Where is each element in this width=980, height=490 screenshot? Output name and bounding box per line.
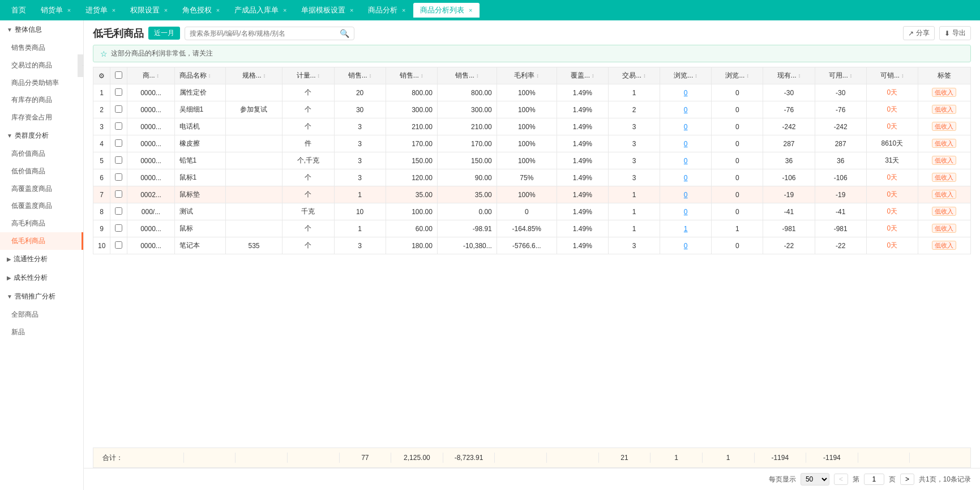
sidebar-item-high-margin[interactable]: 高毛利商品	[0, 215, 83, 232]
sidebar-item-traded-products[interactable]: 交易过的商品	[0, 57, 83, 74]
search-input[interactable]	[190, 29, 340, 37]
row-checkbox[interactable]	[110, 118, 127, 135]
row-select-checkbox[interactable]	[115, 105, 122, 113]
row-checkbox[interactable]	[110, 169, 127, 186]
nav-product-entry[interactable]: 产成品入库单 ×	[228, 3, 293, 18]
browse-link[interactable]: 0	[684, 89, 688, 97]
row-checkbox[interactable]	[110, 84, 127, 101]
row-browse1[interactable]: 0	[660, 203, 712, 220]
sidebar-group-growth[interactable]: ▶ 成长性分析	[0, 269, 83, 287]
row-browse1[interactable]: 0	[660, 169, 712, 186]
sidebar-group-cluster[interactable]: ▼ 类群度分析	[0, 126, 83, 145]
close-icon[interactable]: ×	[469, 7, 472, 14]
browse-link[interactable]: 0	[684, 191, 688, 199]
nav-permission-settings[interactable]: 权限设置 ×	[123, 3, 174, 18]
col-header-code[interactable]: 商...	[127, 67, 174, 84]
sidebar-item-low-coverage[interactable]: 低覆盖度商品	[0, 197, 83, 215]
sidebar-item-new-products[interactable]: 新品	[0, 323, 83, 341]
close-icon[interactable]: ×	[350, 7, 353, 14]
browse-link[interactable]: 0	[684, 157, 688, 165]
row-select-checkbox[interactable]	[115, 139, 122, 147]
row-checkbox[interactable]	[110, 101, 127, 118]
col-header-sales-count[interactable]: 销售...	[334, 67, 386, 84]
sidebar-item-low-margin[interactable]: 低毛利商品	[0, 232, 83, 250]
page-size-select[interactable]: 50 100 200	[801, 473, 829, 485]
row-browse1[interactable]: 0	[660, 186, 712, 203]
col-header-sales-profit[interactable]: 销售...	[437, 67, 497, 84]
row-browse1[interactable]: 0	[660, 152, 712, 169]
row-browse1[interactable]: 0	[660, 135, 712, 152]
row-select-checkbox[interactable]	[115, 224, 122, 232]
browse-link[interactable]: 0	[684, 140, 688, 148]
close-icon[interactable]: ×	[164, 7, 168, 14]
browse-link[interactable]: 1	[684, 225, 688, 233]
search-icon[interactable]: 🔍	[340, 29, 349, 38]
browse-link[interactable]: 0	[684, 208, 688, 216]
sidebar-item-stocked-products[interactable]: 有库存的商品	[0, 91, 83, 109]
row-checkbox[interactable]	[110, 220, 127, 237]
col-header-available[interactable]: 可用...	[815, 67, 866, 84]
col-header-browse1[interactable]: 浏览...	[660, 67, 712, 84]
time-filter-button[interactable]: 近一月	[148, 27, 180, 40]
row-browse1[interactable]: 1	[660, 220, 712, 237]
row-browse1[interactable]: 0	[660, 237, 712, 254]
col-header-spec[interactable]: 规格...	[225, 67, 283, 84]
row-select-checkbox[interactable]	[115, 190, 122, 198]
nav-sales-order[interactable]: 销货单 ×	[34, 3, 78, 18]
search-bar[interactable]: 🔍	[185, 27, 354, 40]
col-header-transaction[interactable]: 交易...	[608, 67, 660, 84]
row-select-checkbox[interactable]	[115, 241, 122, 249]
row-select-checkbox[interactable]	[115, 207, 122, 215]
row-checkbox[interactable]	[110, 237, 127, 254]
nav-template-settings[interactable]: 单据模板设置 ×	[294, 3, 360, 18]
nav-product-analysis[interactable]: 商品分析 ×	[361, 3, 412, 18]
prev-page-button[interactable]: <	[834, 474, 848, 485]
row-browse1[interactable]: 0	[660, 84, 712, 101]
sidebar-item-high-coverage[interactable]: 高覆盖度商品	[0, 180, 83, 198]
col-header-gross-margin[interactable]: 毛利率	[497, 67, 557, 84]
sidebar-group-marketing[interactable]: ▼ 营销推广分析	[0, 287, 83, 306]
col-header-browse2[interactable]: 浏览...	[712, 67, 763, 84]
browse-link[interactable]: 0	[684, 242, 688, 250]
row-select-checkbox[interactable]	[115, 173, 122, 181]
close-icon[interactable]: ×	[112, 7, 115, 14]
gear-settings-header[interactable]: ⚙	[93, 67, 110, 84]
col-header-current-stock[interactable]: 现有...	[763, 67, 815, 84]
close-icon[interactable]: ×	[67, 7, 71, 14]
nav-product-analysis-list[interactable]: 商品分析列表 ×	[413, 3, 479, 18]
col-header-coverage[interactable]: 覆盖...	[557, 67, 608, 84]
close-icon[interactable]: ×	[402, 7, 405, 14]
row-select-checkbox[interactable]	[115, 88, 122, 96]
row-browse1[interactable]: 0	[660, 118, 712, 135]
sidebar-item-high-value[interactable]: 高价值商品	[0, 145, 83, 163]
row-checkbox[interactable]	[110, 203, 127, 220]
row-checkbox[interactable]	[110, 135, 127, 152]
col-header-name[interactable]: 商品名称	[174, 67, 225, 84]
sidebar-item-all-products[interactable]: 全部商品	[0, 306, 83, 323]
sidebar-item-sales-products[interactable]: 销售类商品	[0, 39, 83, 57]
next-page-button[interactable]: >	[900, 474, 914, 485]
sidebar-collapse-btn[interactable]: 《	[78, 54, 84, 77]
sidebar-item-low-value[interactable]: 低价值商品	[0, 163, 83, 180]
nav-home[interactable]: 首页	[5, 3, 33, 18]
close-icon[interactable]: ×	[283, 7, 286, 14]
nav-purchase-order[interactable]: 进货单 ×	[79, 3, 122, 18]
row-checkbox[interactable]	[110, 152, 127, 169]
browse-link[interactable]: 0	[684, 174, 688, 182]
sidebar-item-inventory-capital[interactable]: 库存资金占用	[0, 109, 83, 126]
select-all-header[interactable]	[110, 67, 127, 84]
sidebar-group-overall[interactable]: ▼ 整体信息	[0, 20, 83, 39]
close-icon[interactable]: ×	[216, 7, 220, 14]
row-select-checkbox[interactable]	[115, 156, 122, 164]
sidebar-group-liquidity[interactable]: ▶ 流通性分析	[0, 250, 83, 269]
select-all-checkbox[interactable]	[115, 71, 122, 79]
browse-link[interactable]: 0	[684, 106, 688, 114]
export-button[interactable]: ⬇ 导出	[939, 26, 971, 40]
share-button[interactable]: ↗ 分享	[903, 26, 935, 40]
col-header-sales-amount[interactable]: 销售...	[386, 67, 437, 84]
sidebar-item-category-sales-rate[interactable]: 商品分类助销率	[0, 74, 83, 92]
nav-role-auth[interactable]: 角色授权 ×	[176, 3, 226, 18]
col-header-unit[interactable]: 计量...	[283, 67, 334, 84]
page-number-input[interactable]	[864, 474, 884, 485]
row-select-checkbox[interactable]	[115, 122, 122, 130]
